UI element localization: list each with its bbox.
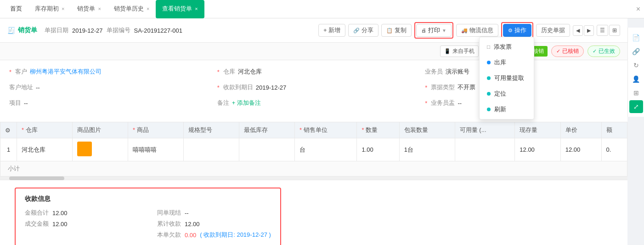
ticket-type-label: 票据类型 <box>431 83 455 91</box>
dropdown-refresh[interactable]: 刷新 <box>480 102 534 117</box>
payment-cumulative: 累计收款 12.00 <box>157 220 271 228</box>
sold-badge[interactable]: ✓ 已核销 <box>551 46 584 57</box>
tab-sales-history[interactable]: 销货单历史 × <box>107 0 156 18</box>
new-button-label: + 新增 <box>323 26 340 34</box>
tab-inventory[interactable]: 库存期初 × <box>28 0 71 18</box>
payment-same-order: 同单现结 -- <box>157 209 271 217</box>
payment-same-order-label: 同单现结 <box>157 209 181 217</box>
subtotal-label: 小计 <box>0 161 627 177</box>
remark-add-btn[interactable]: 添加备注 <box>237 99 261 106</box>
product-image <box>77 142 92 156</box>
operations-button[interactable]: ⚙ 操作 <box>503 24 531 37</box>
col-warehouse: * 仓库 <box>17 122 73 138</box>
tab-view-sales[interactable]: 查看销货单 × <box>156 0 204 18</box>
payment-title: 收款信息 <box>25 195 271 203</box>
col-available-label: 可用量 (... <box>460 126 486 133</box>
staff-label: 业务员 <box>425 68 443 76</box>
operations-highlight: ⚙ 操作 <box>501 22 533 39</box>
row-product-img <box>73 138 128 161</box>
due-date-field: * 收款到期日 2019-12-27 <box>217 83 411 91</box>
payment-total: 金额合计 12.00 <box>25 209 139 217</box>
table-scrollbar[interactable] <box>0 177 627 180</box>
doc-icon: 🧾 <box>7 27 15 34</box>
tab-inventory-close[interactable]: × <box>62 6 64 11</box>
payment-transaction-value: 12.00 <box>52 221 68 228</box>
operations-button-label: 操作 <box>514 26 526 34</box>
col-pack-qty-label: 包装数量 <box>404 126 428 133</box>
tab-sales-close[interactable]: × <box>98 6 101 11</box>
col-product-label: 商品 <box>137 126 149 133</box>
nav-prev[interactable]: ◀ <box>573 25 583 36</box>
tab-view-sales-close[interactable]: × <box>195 6 198 11</box>
dropdown-locate-label: 定位 <box>494 90 506 98</box>
locate-dot-icon <box>487 92 491 96</box>
staff2-label: 业务员盂 <box>431 99 455 107</box>
col-settings[interactable]: ⚙ <box>0 122 17 138</box>
payment-cumulative-label: 累计收款 <box>157 220 181 228</box>
customer-required: * <box>9 68 11 75</box>
dropdown-locate[interactable]: 定位 <box>480 86 534 102</box>
warehouse-field: * 仓库 河北仓库 <box>217 68 411 76</box>
sidebar-link-icon[interactable]: 🔗 <box>629 45 643 58</box>
payment-total-value: 12.00 <box>52 210 68 217</box>
col-qty: * 数量 <box>357 122 399 138</box>
logistics-button-label: 物流信息 <box>469 26 493 34</box>
logistics-button[interactable]: 🚚 物流信息 <box>456 24 498 37</box>
sidebar-expand-icon[interactable]: ⤢ <box>629 100 643 113</box>
nav-arrows: ◀ ▶ <box>573 25 594 36</box>
dropdown-outbound[interactable]: 出库 <box>480 55 534 70</box>
payment-grid: 金额合计 12.00 同单现结 -- 成交金额 12.00 累计收款 <box>25 209 271 239</box>
row-no: 1 <box>0 138 17 161</box>
doc-title: 🧾 销货单 <box>7 26 37 34</box>
col-amount: 额 <box>601 122 627 138</box>
col-pack-qty: 包装数量 <box>399 122 455 138</box>
dropdown-available-qty[interactable]: 可用量提取 <box>480 70 534 86</box>
col-unit: * 销售单位 <box>295 122 357 138</box>
table-row: 1 河北仓库 嘻嘻嘻嘻 台 1.00 1台 12 <box>0 138 627 161</box>
available-qty-dot-icon <box>487 76 491 80</box>
sidebar-table-icon[interactable]: ⊞ <box>629 86 643 99</box>
col-stock: 现存量 <box>515 122 560 138</box>
dropdown-add-invoice[interactable]: □ 添发票 <box>480 39 534 55</box>
sidebar-doc-icon[interactable]: 📄 <box>629 31 643 44</box>
payment-cumulative-value: 12.00 <box>185 221 200 228</box>
sidebar-user-icon[interactable]: 👤 <box>629 73 643 85</box>
tab-sales[interactable]: 销货单 × <box>71 0 107 18</box>
payment-due-date-note: ( 收款到期日: 2019-12-27 ) <box>200 231 271 239</box>
customer-value[interactable]: 柳州粤港平安气体有限公司 <box>30 68 102 76</box>
row-available <box>455 138 515 161</box>
history-button-label: 历史单据 <box>541 26 565 34</box>
phone-button[interactable]: 📱 来自手机 <box>440 46 479 57</box>
data-table: ⚙ * 仓库 商品图片 * 商品 <box>0 122 627 177</box>
row-price: 12.00 <box>560 138 601 161</box>
table-wrapper: ⚙ * 仓库 商品图片 * 商品 <box>0 122 627 180</box>
row-pack-qty: 1台 <box>399 138 455 161</box>
tab-sales-history-close[interactable]: × <box>147 6 149 11</box>
payment-transaction-label: 成交金额 <box>25 220 49 228</box>
new-button[interactable]: + 新增 <box>318 24 345 37</box>
copy-button-label: 复制 <box>395 26 407 34</box>
view-grid[interactable]: ⊞ <box>609 25 620 36</box>
row-warehouse: 河北仓库 <box>17 138 73 161</box>
operations-dropdown: □ 添发票 出库 可用量提取 <box>479 37 534 120</box>
doc-no-value: SA-20191227-001 <box>134 27 183 34</box>
col-available: 可用量 (... <box>455 122 515 138</box>
nav-next[interactable]: ▶ <box>584 25 594 36</box>
col-product: * 商品 <box>128 122 184 138</box>
print-button[interactable]: 🖨 打印 ▼ <box>416 24 452 37</box>
due-date-value: 2019-12-27 <box>256 84 287 91</box>
history-button[interactable]: 历史单据 <box>536 24 570 37</box>
print-button-label: 打印 <box>428 26 440 34</box>
sold-badge-label: 已核销 <box>562 47 579 55</box>
col-price: 单价 <box>560 122 601 138</box>
window-close-button[interactable]: × <box>636 5 640 13</box>
copy-button[interactable]: 📋 复制 <box>381 24 412 37</box>
view-list[interactable]: ☰ <box>597 25 608 36</box>
table-scroll-thumb[interactable] <box>9 177 64 180</box>
tab-inventory-label: 库存期初 <box>35 5 59 13</box>
staff2-value: -- <box>458 100 462 107</box>
effective-badge[interactable]: ✓ 已生效 <box>588 46 620 57</box>
tab-home[interactable]: 首页 <box>4 0 28 18</box>
sidebar-refresh-icon[interactable]: ↻ <box>629 59 643 72</box>
share-button[interactable]: 🔗 分享 <box>348 24 378 37</box>
